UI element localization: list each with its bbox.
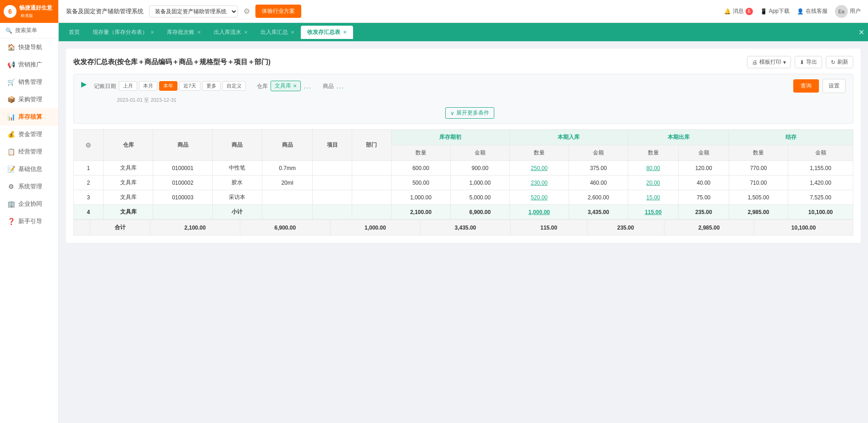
sidebar-item-sales[interactable]: 🛒 销售管理 [0,73,58,91]
goods-label: 商品 [323,82,334,90]
print-btn[interactable]: 🖨 模板打印 ▾ [747,56,791,68]
date-btn-more[interactable]: 更多 [202,81,221,91]
sidebar-item-inventory[interactable]: 📊 库存核算 [0,108,58,126]
date-btn-this-year[interactable]: 本年 [159,81,177,91]
footer-bal-qty: 2,985.00 [664,220,754,236]
table-body: 1文具库0100001中性笔0.7mm600.00900.00250.00375… [74,161,853,220]
row-dept [352,205,391,220]
tab-collect-summary-close[interactable]: ✕ [343,30,347,35]
date-filter: 记账日期 上月 本月 本年 近7天 更多 自定义 [94,81,246,91]
tab-inventory-dist-label: 现存量（库存分布表） [93,28,148,36]
system-title: 装备及固定资产辅助管理系统 [66,7,144,16]
sidebar-item-purchase[interactable]: 📦 采购管理 [0,91,58,108]
footer-row: 合计 2,100.00 6,900.00 1,000.00 3,435.00 1… [74,220,853,236]
sidebar-item-basic-info[interactable]: 📝 基础信息 [0,160,58,178]
warehouse-tag-close[interactable]: ✕ [293,83,297,88]
row-bal-qty: 1,505.00 [729,190,788,205]
warehouse-filter: 仓库 文具库 ✕ ... [257,81,312,91]
row-in-qty[interactable]: 250.00 [509,161,569,176]
date-btn-custom[interactable]: 自定义 [222,81,246,91]
sidebar-search[interactable]: 🔍 搜索菜单 [0,23,58,38]
basic-info-icon: 📝 [7,165,15,173]
tab-home[interactable]: 首页 [62,26,86,39]
row-in-qty[interactable]: 230.00 [509,176,569,190]
row-in-qty[interactable]: 520.00 [509,190,569,205]
tab-inventory-dist[interactable]: 现存量（库存分布表） ✕ [86,26,160,39]
setting-btn[interactable]: 设置 [823,79,846,93]
row-name: 采访本 [212,190,262,205]
row-out-amt: 235.00 [679,205,729,220]
operations-icon: 📋 [7,148,15,155]
row-in-qty[interactable]: 1,000.00 [509,205,569,220]
system-selector[interactable]: 装备及固定资产辅助管理系统 [149,5,238,17]
filter-collapse-btn[interactable]: ▶ [81,80,87,88]
tab-inventory-dist-close[interactable]: ✕ [150,30,154,35]
tab-collect-summary-label: 收发存汇总表 [307,28,340,36]
tab-in-out-summary[interactable]: 出入库汇总 ✕ [254,26,301,39]
row-bal-qty: 770.00 [729,161,788,176]
date-btn-7days[interactable]: 近7天 [179,81,200,91]
date-btn-this-month[interactable]: 本月 [139,81,157,91]
row-code [153,205,212,220]
row-warehouse: 文具库 [103,205,153,220]
row-out-qty[interactable]: 115.00 [628,205,679,220]
col-name-header: 商品 [212,130,262,161]
export-btn[interactable]: ⬇ 导出 [795,56,822,68]
warehouse-more-btn[interactable]: ... [304,82,312,90]
close-all-tabs[interactable]: ✕ [858,28,864,37]
row-in-amt: 460.00 [569,176,628,190]
user-avatar: Ea [835,5,848,18]
tab-batch-ledger[interactable]: 库存批次账 ✕ [160,26,207,39]
tab-batch-ledger-close[interactable]: ✕ [197,30,201,35]
sidebar-item-finance[interactable]: 💰 资金管理 [0,126,58,143]
sidebar-item-operations[interactable]: 📋 经营管理 [0,143,58,160]
row-out-qty[interactable]: 80.00 [628,161,679,176]
experience-btn[interactable]: 体验行业方案 [255,5,301,18]
row-open-amt: 6,900.00 [450,205,509,220]
row-bal-amt: 7,525.00 [788,190,853,205]
mobile-icon: 📱 [760,8,767,15]
row-open-amt: 5,000.00 [450,190,509,205]
sidebar-item-quick-nav[interactable]: 🏠 快捷导航 [0,38,58,56]
row-bal-qty: 710.00 [729,176,788,190]
sidebar-item-guide[interactable]: ❓ 新手引导 [0,213,58,230]
row-warehouse: 文具库 [103,190,153,205]
date-btn-last-month[interactable]: 上月 [119,81,137,91]
app-download[interactable]: 📱 App下载 [760,7,790,15]
col-settings-header: ⚙ [74,130,104,161]
row-out-qty[interactable]: 20.00 [628,176,679,190]
goods-more-btn[interactable]: ... [337,82,345,90]
tab-in-out-flow-label: 出入库流水 [214,28,241,36]
tab-in-out-flow-close[interactable]: ✕ [244,30,248,35]
sidebar-item-enterprise[interactable]: 🏢 企业协同 [0,195,58,213]
page-title: 收发存汇总表(按仓库＋商品编码＋商品＋规格型号＋项目＋部门) [73,58,271,66]
tab-collect-summary[interactable]: 收发存汇总表 ✕ [301,26,353,39]
notifications[interactable]: 🔔 消息 6 [724,7,753,15]
expand-more-btn[interactable]: ∨ 展开更多条件 [445,107,494,119]
query-btn[interactable]: 查询 [793,79,819,93]
tab-in-out-summary-close[interactable]: ✕ [291,30,294,35]
table-settings-icon[interactable]: ⚙ [85,142,91,149]
row-in-amt: 2,600.00 [569,190,628,205]
row-out-qty[interactable]: 15.00 [628,190,679,205]
row-spec [262,205,313,220]
inventory-icon: 📊 [7,113,15,121]
footer-in-qty: 1,000.00 [330,220,420,236]
footer-table: 合计 2,100.00 6,900.00 1,000.00 3,435.00 1… [73,220,853,236]
sidebar-item-system[interactable]: ⚙ 系统管理 [0,178,58,195]
footer-empty-1 [74,220,90,236]
date-label: 记账日期 [94,82,116,90]
row-open-qty: 2,100.00 [391,205,450,220]
gear-icon[interactable]: ⚙ [243,7,250,16]
row-warehouse: 文具库 [103,176,153,190]
sidebar-item-marketing[interactable]: 📢 营销推广 [0,56,58,73]
sidebar: 6 畅捷通好生意 标准版 🔍 搜索菜单 🏠 快捷导航 📢 营销推广 🛒 销售管理… [0,0,59,423]
row-in-amt: 3,435.00 [569,205,628,220]
user-menu[interactable]: Ea 用户 [835,5,861,18]
tab-in-out-flow[interactable]: 出入库流水 ✕ [207,26,254,39]
row-bal-qty: 2,985.00 [729,205,788,220]
online-service[interactable]: 👤 在线客服 [797,7,828,15]
row-dept [352,176,391,190]
refresh-btn[interactable]: ↻ 刷新 [826,56,853,68]
filter-row-1: 记账日期 上月 本月 本年 近7天 更多 自定义 仓库 文 [94,79,846,93]
